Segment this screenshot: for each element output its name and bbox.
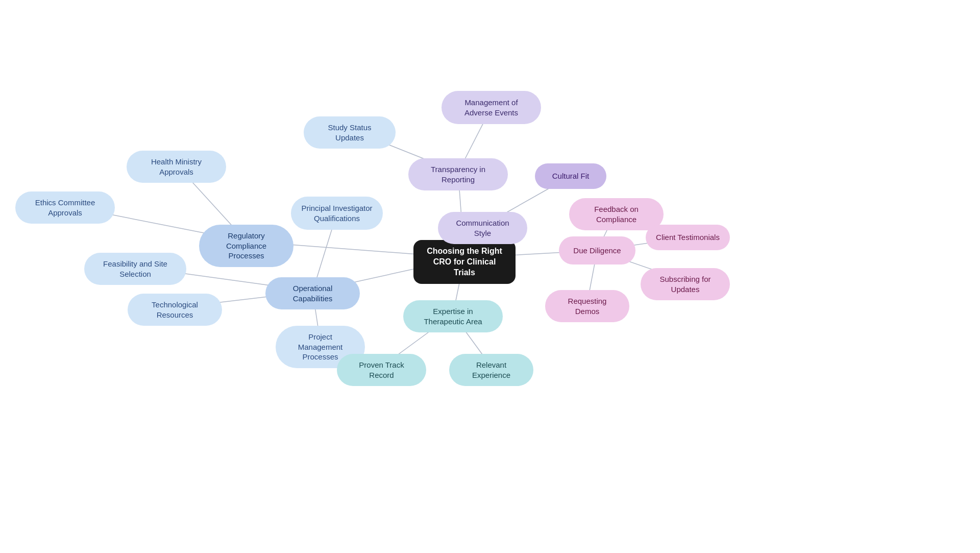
mind-map-container: Choosing the Right CRO for Clinical Tria… bbox=[0, 0, 980, 553]
node-technologicalResources[interactable]: Technological Resources bbox=[128, 294, 222, 326]
node-principalInvestigator[interactable]: Principal Investigator Qualifications bbox=[291, 197, 383, 230]
node-requestingDemos[interactable]: Requesting Demos bbox=[545, 290, 629, 322]
node-transparencyInReporting[interactable]: Transparency in Reporting bbox=[408, 158, 508, 190]
node-dueDiligence[interactable]: Due Diligence bbox=[559, 236, 635, 265]
node-relevantExperience[interactable]: Relevant Experience bbox=[449, 354, 533, 386]
node-managementAdverseEvents[interactable]: Management of Adverse Events bbox=[442, 91, 541, 124]
node-healthMinistryApprovals[interactable]: Health Ministry Approvals bbox=[127, 151, 226, 183]
node-clientTestimonials[interactable]: Client Testimonials bbox=[646, 225, 730, 250]
node-subscribingForUpdates[interactable]: Subscribing for Updates bbox=[641, 268, 730, 300]
node-feasibilitySiteSelection[interactable]: Feasibility and Site Selection bbox=[84, 253, 186, 285]
node-provenTrackRecord[interactable]: Proven Track Record bbox=[337, 354, 426, 386]
node-feedbackOnCompliance[interactable]: Feedback on Compliance bbox=[569, 198, 664, 230]
node-ethicsCommitteeApprovals[interactable]: Ethics Committee Approvals bbox=[15, 191, 115, 224]
node-communicationStyle[interactable]: Communication Style bbox=[438, 212, 527, 244]
node-regulatoryCompliance[interactable]: Regulatory Compliance Processes bbox=[199, 225, 293, 267]
node-operationalCapabilities[interactable]: Operational Capabilities bbox=[265, 277, 360, 309]
node-expertiseTherapeutic[interactable]: Expertise in Therapeutic Area bbox=[403, 300, 503, 332]
node-center[interactable]: Choosing the Right CRO for Clinical Tria… bbox=[413, 240, 516, 284]
node-studyStatusUpdates[interactable]: Study Status Updates bbox=[304, 116, 396, 149]
node-culturalFit[interactable]: Cultural Fit bbox=[535, 163, 606, 189]
